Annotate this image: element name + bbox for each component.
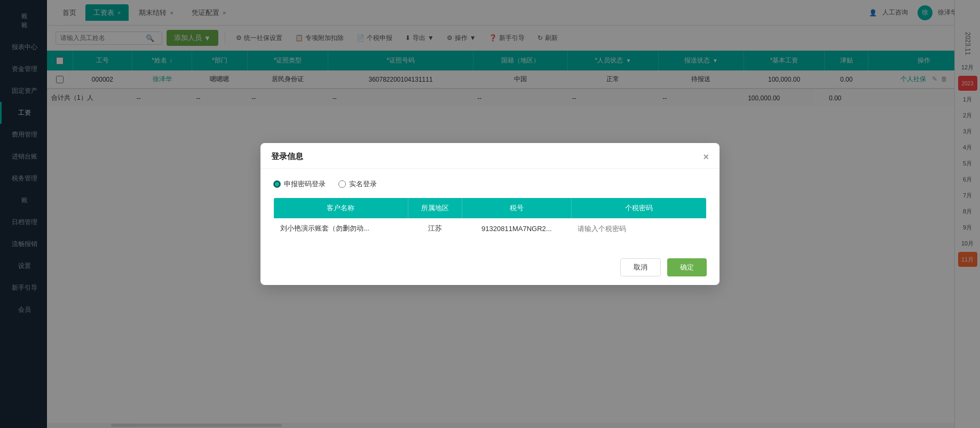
client-table: 客户名称 所属地区 税号 个税密码 刘小艳演示账套（勿删勿动... 江苏 913… [273,197,707,239]
th-tax-no: 税号 [462,198,572,219]
th-client-name: 客户名称 [274,198,408,219]
radio-realname-login[interactable]: 实名登录 [338,179,377,189]
dialog-header: 登录信息 × [260,143,720,169]
tax-password-input[interactable] [578,225,700,233]
client-table-body: 刘小艳演示账套（勿删勿动... 江苏 91320811MA7NGR2... [274,218,707,239]
cancel-button[interactable]: 取消 [620,258,661,276]
radio-password-login[interactable]: 申报密码登录 [273,179,326,189]
client-name-cell: 刘小艳演示账套（勿删勿动... [274,218,408,239]
radio-password-label: 申报密码登录 [284,179,326,189]
radio-realname-input[interactable] [338,180,346,188]
dialog-footer: 取消 确定 [260,250,720,285]
radio-password-input[interactable] [273,180,281,188]
login-info-dialog: 登录信息 × 申报密码登录 实名登录 客户名称 所属地区 [260,143,720,285]
dialog-close-button[interactable]: × [703,152,709,162]
dialog-body: 申报密码登录 实名登录 客户名称 所属地区 税号 个税密码 [260,169,720,250]
dialog-title: 登录信息 [271,152,303,162]
client-region-cell: 江苏 [408,218,462,239]
confirm-button[interactable]: 确定 [667,258,707,276]
th-region: 所属地区 [408,198,462,219]
th-tax-password: 个税密码 [571,198,706,219]
client-tax-password-cell[interactable] [571,218,706,239]
radio-realname-label: 实名登录 [349,179,377,189]
login-type-radio-group: 申报密码登录 实名登录 [273,179,707,189]
client-table-row: 刘小艳演示账套（勿删勿动... 江苏 91320811MA7NGR2... [274,218,707,239]
dialog-overlay: 登录信息 × 申报密码登录 实名登录 客户名称 所属地区 [0,0,980,428]
client-tax-no-cell: 91320811MA7NGR2... [462,218,572,239]
client-table-header: 客户名称 所属地区 税号 个税密码 [274,198,707,219]
